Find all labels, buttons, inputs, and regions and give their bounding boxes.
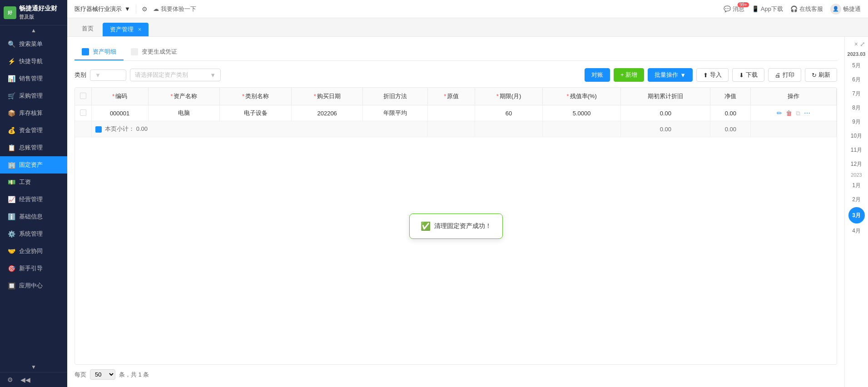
sidebar-item-ledger[interactable]: 📋 总账管理: [0, 139, 67, 156]
header-checkbox-cell: [75, 88, 91, 105]
sidebar-item-search[interactable]: 🔍 搜索菜单: [0, 35, 67, 53]
edit-btn[interactable]: ✏: [777, 109, 782, 117]
category-select-placeholder: ▼: [95, 72, 101, 79]
message-badge: 99+: [738, 2, 749, 7]
finance-icon: 💰: [7, 126, 15, 134]
month-10[interactable]: 10月: [847, 129, 867, 143]
experience-btn[interactable]: ☁ 我要体验一下: [153, 5, 196, 13]
settings-icon[interactable]: ⚙: [7, 376, 13, 383]
download-button[interactable]: ⬇ 下载: [732, 68, 764, 82]
reconcile-button[interactable]: 对账: [585, 68, 610, 82]
tab-asset-management[interactable]: 资产管理 ×: [103, 23, 149, 36]
sidebar-item-label: 库存核算: [19, 109, 43, 117]
sidebar: 好 畅捷通好业财 普及版 ▲ 🔍 搜索菜单 ⚡ 快捷导航 📊 销售管理 🛒 采购…: [0, 0, 67, 387]
month-9[interactable]: 9月: [847, 115, 867, 129]
delete-btn[interactable]: 🗑: [786, 109, 792, 117]
row-original-value: [428, 105, 475, 121]
sidebar-item-finance[interactable]: 💰 资金管理: [0, 122, 67, 139]
app-center-icon: 🔲: [7, 282, 15, 290]
user-menu[interactable]: 👤 畅捷通: [830, 4, 861, 15]
voucher-tab-icon: [131, 48, 138, 55]
tab-close-icon[interactable]: ×: [138, 26, 142, 33]
sidebar-item-quick-nav[interactable]: ⚡ 快捷导航: [0, 53, 67, 70]
tab-home[interactable]: 首页: [74, 22, 101, 36]
company-selector[interactable]: 医疗器械行业演示 ▼: [74, 5, 130, 13]
month-4[interactable]: 4月: [847, 224, 867, 238]
new-button[interactable]: + 新增: [614, 68, 644, 82]
message-btn[interactable]: 💬 消息 99+: [724, 5, 744, 13]
more-btn[interactable]: ⋯: [804, 109, 810, 117]
success-toast: ✅ 清理固定资产成功！: [409, 213, 503, 239]
sidebar-item-basic-info[interactable]: ℹ️ 基础信息: [0, 208, 67, 225]
refresh-button[interactable]: ↻ 刷新: [805, 68, 837, 82]
topbar: 医疗器械行业演示 ▼ ⚙ ☁ 我要体验一下 💬 消息 99+ 📱 App下载 🎧…: [67, 0, 868, 18]
batch-button[interactable]: 批量操作 ▼: [648, 68, 693, 82]
header-category: *类别名称: [220, 88, 292, 105]
import-button[interactable]: ⬆ 导入: [696, 68, 729, 82]
row-name: 电脑: [148, 105, 220, 121]
inventory-icon: 📦: [7, 109, 15, 117]
table-header-row: *编码 *资产名称 *类别名称 *购买日期 折旧方法 *原值 *期限(月) *残…: [75, 88, 837, 105]
assets-table: *编码 *资产名称 *类别名称 *购买日期 折旧方法 *原值 *期限(月) *残…: [75, 88, 837, 137]
sidebar-item-enterprise[interactable]: 🤝 企业协同: [0, 243, 67, 260]
row-action-btns: ✏ 🗑 ⧉ ⋯: [754, 109, 833, 117]
subtotal-icon: [95, 126, 102, 133]
total-text: 条，共 1 条: [119, 371, 149, 379]
sidebar-item-sales[interactable]: 📊 销售管理: [0, 70, 67, 87]
row-checkbox[interactable]: [80, 109, 86, 116]
online-service-btn[interactable]: 🎧 在线客服: [790, 5, 823, 13]
download-btn-label: 下载: [746, 71, 758, 79]
sidebar-scroll-up[interactable]: ▲: [0, 25, 67, 35]
row-depreciation: 年限平均: [363, 105, 428, 121]
month-8[interactable]: 8月: [847, 101, 867, 114]
print-button[interactable]: 🖨 打印: [768, 68, 801, 82]
payroll-icon: 💵: [7, 178, 15, 186]
sidebar-item-purchase[interactable]: 🛒 采购管理: [0, 87, 67, 104]
header-original-value: *原值: [428, 88, 475, 105]
sidebar-item-payroll[interactable]: 💵 工资: [0, 174, 67, 191]
sidebar-scroll-down[interactable]: ▼: [0, 362, 67, 372]
sidebar-item-fixed-assets[interactable]: 🏢 固定资产: [0, 156, 67, 174]
settings-gear-icon[interactable]: ⚙: [142, 5, 148, 13]
app-name: 畅捷通好业财: [19, 5, 57, 13]
sidebar-item-app-center[interactable]: 🔲 应用中心: [0, 277, 67, 294]
toolbar: 类别 ▼ 请选择固定资产类别 ▼ 对账 + 新增 批量操作: [74, 68, 837, 82]
select-all-checkbox[interactable]: [80, 93, 86, 99]
copy-btn[interactable]: ⧉: [796, 109, 800, 117]
subtab-asset-detail[interactable]: 资产明细: [74, 44, 124, 60]
month-6[interactable]: 6月: [847, 73, 867, 86]
service-icon: 🎧: [790, 5, 798, 12]
online-service-label: 在线客服: [799, 5, 823, 13]
sidebar-item-inventory[interactable]: 📦 库存核算: [0, 104, 67, 122]
month-3-current[interactable]: 3月: [848, 207, 865, 223]
per-page-select[interactable]: 50 100: [90, 369, 115, 380]
company-name: 医疗器械行业演示: [74, 5, 122, 13]
month-2[interactable]: 2月: [847, 193, 867, 206]
sidebar-nav: 🔍 搜索菜单 ⚡ 快捷导航 📊 销售管理 🛒 采购管理 📦 库存核算 💰 资金管…: [0, 35, 67, 362]
month-12[interactable]: 12月: [847, 158, 867, 171]
quick-nav-icon: ⚡: [7, 57, 15, 65]
sidebar-item-label: 基础信息: [19, 213, 43, 221]
sidebar-item-guide[interactable]: 🎯 新手引导: [0, 260, 67, 277]
month-11[interactable]: 11月: [847, 144, 867, 157]
month-7[interactable]: 7月: [847, 87, 867, 100]
import-btn-label: 导入: [710, 71, 722, 79]
toolbar-right: 对账 + 新增 批量操作 ▼ ⬆ 导入 ⬇ 下载: [585, 68, 837, 82]
row-residual-rate: 5.0000: [542, 105, 621, 121]
app-download-btn[interactable]: 📱 App下载: [752, 5, 783, 13]
month-1[interactable]: 1月: [847, 179, 867, 192]
experience-label: 我要体验一下: [161, 5, 196, 13]
panel-top-controls: × ⤢: [845, 39, 868, 50]
sidebar-item-label: 固定资产: [19, 161, 43, 169]
month-5[interactable]: 5月: [847, 59, 867, 72]
sidebar-item-system[interactable]: ⚙️ 系统管理: [0, 225, 67, 243]
category-input-dropdown-icon: ▼: [210, 72, 216, 79]
panel-close-icon[interactable]: ×: [854, 40, 858, 48]
sidebar-item-label: 工资: [19, 178, 31, 186]
category-select[interactable]: ▼: [90, 69, 126, 81]
subtab-voucher[interactable]: 变更生成凭证: [124, 44, 184, 60]
sidebar-item-operations[interactable]: 📈 经营管理: [0, 191, 67, 208]
panel-expand-icon[interactable]: ⤢: [860, 40, 865, 48]
collapse-icon[interactable]: ◀◀: [20, 376, 30, 383]
category-input[interactable]: 请选择固定资产类别 ▼: [130, 69, 221, 81]
